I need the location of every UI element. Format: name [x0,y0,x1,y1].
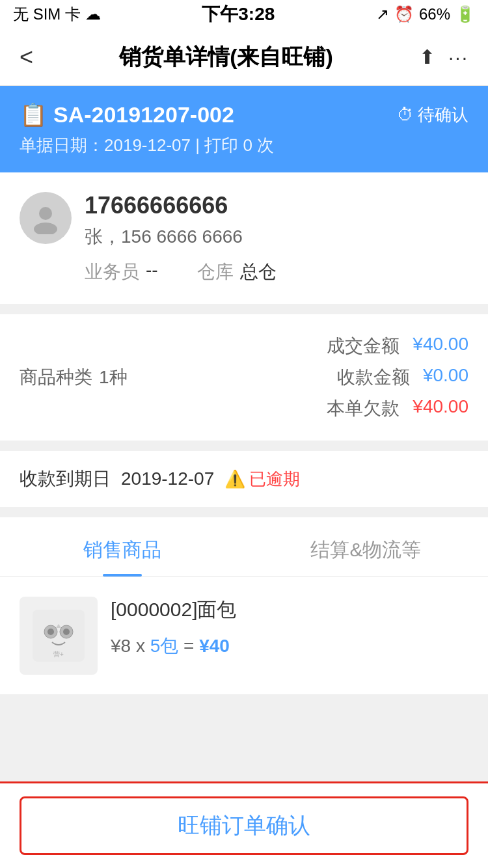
equal-sign: = [178,636,199,656]
battery-status: 66% [419,5,450,23]
overdue-badge: ⚠️ 已逾期 [224,468,300,491]
header-card-top: 📋 SA-20191207-002 ⏱ 待确认 [20,102,468,128]
order-icon: 📋 [20,102,47,128]
confirm-order-button[interactable]: 旺铺订单确认 [20,796,468,855]
svg-point-5 [47,629,54,635]
warehouse-item: 仓库 总仓 [197,260,277,284]
battery-icon: 🔋 [455,5,475,23]
due-date-label: 收款到期日 [20,467,111,491]
clock-icon: ⏱ [397,105,414,125]
due-date-value: 2019-12-07 [121,468,214,489]
quantity-text: 5包 [150,636,179,656]
owed-amount-row: 本单欠款 ¥40.00 [327,396,468,421]
due-date-section: 收款到期日 2019-12-07 ⚠️ 已逾期 [0,451,488,507]
tabs-section: 销售商品 结算&物流等 营+ [00000 [0,517,488,695]
nav-bar: < 销货单详情(来自旺铺) ⬆ ··· [0,29,488,86]
price-text: ¥8 x [111,636,150,656]
alarm-icon: ⏰ [394,5,414,23]
status-bar: 无 SIM 卡 ☁ 下午3:28 ↗ ⏰ 66% 🔋 [0,0,488,29]
owed-amount-label: 本单欠款 [327,396,400,421]
status-badge: ⏱ 待确认 [397,103,468,126]
share-button[interactable]: ⬆ [419,46,435,68]
warehouse-value: 总仓 [240,260,277,284]
received-amount-label: 收款金额 [337,365,410,390]
product-list: 营+ [0000002]面包 ¥8 x 5包 = ¥40 [0,577,488,695]
customer-info: 17666666666 张，156 6666 6666 业务员 -- 仓库 总仓 [85,192,468,284]
customer-meta: 业务员 -- 仓库 总仓 [85,260,468,284]
status-time: 下午3:28 [202,2,275,27]
product-type-label: 商品种类 [20,365,92,390]
sales-rep-item: 业务员 -- [85,260,158,284]
customer-section: 17666666666 张，156 6666 6666 业务员 -- 仓库 总仓 [0,172,488,304]
nav-right: ⬆ ··· [419,46,468,68]
transaction-amount-label: 成交金额 [327,334,400,359]
header-card: 📋 SA-20191207-002 ⏱ 待确认 单据日期：2019-12-07 … [0,86,488,172]
tab-products[interactable]: 销售商品 [0,517,244,576]
avatar [20,192,72,244]
product-name: [0000002]面包 [111,597,468,623]
svg-point-0 [39,207,52,220]
customer-phone: 17666666666 [85,192,468,219]
product-item: 营+ [0000002]面包 ¥8 x 5包 = ¥40 [0,577,488,695]
total-price: ¥40 [199,636,230,656]
svg-point-1 [34,223,57,234]
warehouse-label: 仓库 [197,260,234,284]
transaction-amount-value: ¥40.00 [413,334,468,359]
tabs-bar: 销售商品 结算&物流等 [0,517,488,577]
product-type-value: 1种 [99,365,128,390]
received-amount-row: 收款金额 ¥0.00 [337,365,468,390]
product-price: ¥8 x 5包 = ¥40 [111,634,468,658]
back-button[interactable]: < [20,44,33,71]
page-title: 销货单详情(来自旺铺) [119,42,333,72]
status-right: ↗ ⏰ 66% 🔋 [376,5,475,23]
stats-left: 商品种类 1种 [20,334,128,421]
sales-rep-value: -- [146,260,158,284]
received-amount-value: ¥0.00 [423,365,468,390]
transaction-amount-row: 成交金额 ¥40.00 [327,334,468,359]
tab-settlement[interactable]: 结算&物流等 [244,517,488,576]
order-number: 📋 SA-20191207-002 [20,102,234,128]
overdue-label: 已逾期 [249,468,300,491]
sim-status: 无 SIM 卡 ☁ [13,4,101,25]
order-meta: 单据日期：2019-12-07 | 打印 0 次 [20,134,468,157]
customer-name: 张，156 6666 6666 [85,224,468,249]
sales-rep-label: 业务员 [85,260,139,284]
stats-right: 成交金额 ¥40.00 收款金额 ¥0.00 本单欠款 ¥40.00 [327,334,468,421]
owed-amount-value: ¥40.00 [413,396,468,421]
warning-icon: ⚠️ [224,469,245,489]
svg-text:营+: 营+ [53,651,64,658]
svg-point-6 [63,629,70,635]
product-details: [0000002]面包 ¥8 x 5包 = ¥40 [111,597,468,675]
stats-section: 商品种类 1种 成交金额 ¥40.00 收款金额 ¥0.00 本单欠款 ¥40.… [0,314,488,441]
product-image: 营+ [20,597,98,675]
location-icon: ↗ [376,5,389,23]
status-left: 无 SIM 卡 ☁ [13,4,101,25]
more-button[interactable]: ··· [448,46,468,68]
bottom-button-area: 旺铺订单确认 [0,781,488,868]
nav-left: < [20,44,33,71]
